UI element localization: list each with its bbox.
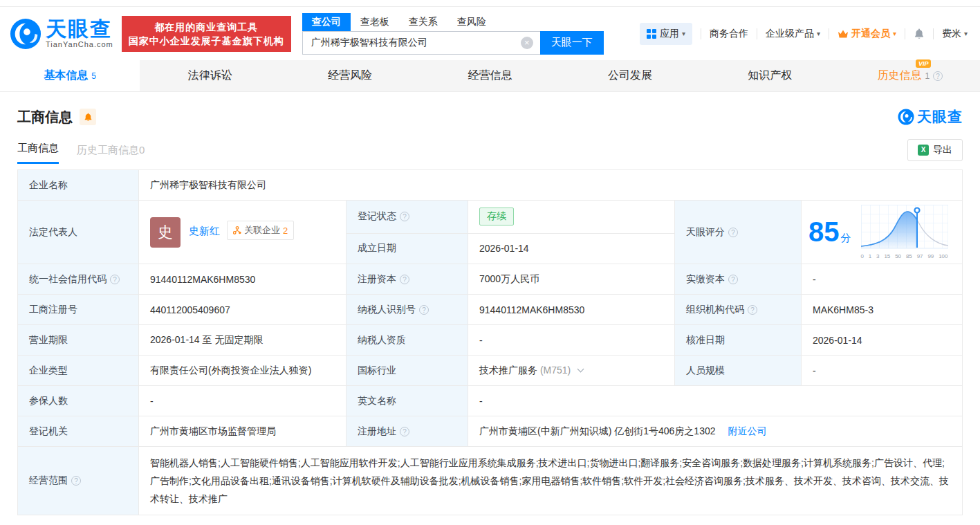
business-cooperation-link[interactable]: 商务合作 xyxy=(710,28,748,40)
notification-bell-icon[interactable] xyxy=(914,28,925,39)
search-area: 查公司 查老板 查关系 查风险 × 天眼一下 xyxy=(302,13,604,55)
business-term-value: 2026-01-14 至 无固定期限 xyxy=(139,325,346,356)
username: 费米 xyxy=(942,28,961,40)
field-label: 纳税人识别号 xyxy=(358,304,416,316)
help-icon[interactable]: ? xyxy=(728,275,738,284)
table-row: 企业名称 广州稀宇极智科技有限公司 xyxy=(18,170,963,201)
grid-icon xyxy=(647,29,656,39)
table-row: 企业类型 有限责任公司(外商投资企业法人独资) 国标行业 技术推广服务 (M75… xyxy=(18,356,963,386)
nearby-companies-link[interactable]: 附近公司 xyxy=(728,425,766,436)
help-icon[interactable]: ? xyxy=(728,228,738,237)
brand-name: 天眼查 xyxy=(46,19,113,39)
slogan-line2: 国家中小企业发展子基金旗下机构 xyxy=(129,34,284,48)
field-label: 营业期限 xyxy=(29,334,68,345)
status-badge: 存续 xyxy=(479,208,514,225)
insured-count-value: - xyxy=(139,386,346,416)
field-label: 实缴资本 xyxy=(686,273,725,286)
search-tab-risk[interactable]: 查风险 xyxy=(447,13,496,31)
enterprise-products-menu[interactable]: 企业级产品 ▾ xyxy=(766,28,820,40)
legal-rep-cell: 史史新红 关联企业 2 xyxy=(139,201,346,264)
table-row: 经营范围? 智能机器人销售;人工智能硬件销售;人工智能应用软件开发;人工智能行业… xyxy=(18,447,963,515)
legal-rep-link[interactable]: 史新红 xyxy=(189,225,220,237)
search-button[interactable]: 天眼一下 xyxy=(540,31,604,55)
field-label: 企业类型 xyxy=(29,365,68,376)
tab-history-info[interactable]: 历史信息 VIP 1 ? xyxy=(840,60,980,91)
taxpayer-id-value: 91440112MAK6HM8530 xyxy=(468,295,675,325)
main-content: 工商信息 天眼查 工商信息 历史工商信息0 X 导出 xyxy=(0,107,980,515)
field-label: 法定代表人 xyxy=(29,226,77,237)
apps-menu[interactable]: 应用 ▾ xyxy=(640,23,692,45)
avatar[interactable]: 史 xyxy=(150,217,181,248)
search-tab-boss[interactable]: 查老板 xyxy=(351,13,399,31)
chevron-down-icon[interactable] xyxy=(577,365,584,372)
subtab-business-info[interactable]: 工商信息 xyxy=(17,142,59,164)
table-row: 参保人数 - 英文名称 - xyxy=(18,386,963,416)
search-tab-relation[interactable]: 查关系 xyxy=(399,13,447,31)
enterprise-products-label: 企业级产品 xyxy=(766,28,814,40)
field-label: 天眼评分 xyxy=(686,226,725,239)
nav-divider xyxy=(933,28,934,39)
score-marker xyxy=(914,208,919,213)
header: 天眼查 TianYanCha.com 都在用的商业查询工具 国家中小企业发展子基… xyxy=(0,7,980,60)
table-row: 登记机关 广州市黄埔区市场监督管理局 注册地址? 广州市黄埔区(中新广州知识城)… xyxy=(18,416,963,447)
tab-company-development[interactable]: 公司发展 xyxy=(560,60,700,91)
field-label: 核准日期 xyxy=(686,334,725,345)
help-icon[interactable]: ? xyxy=(400,275,409,284)
help-icon[interactable]: ? xyxy=(748,305,757,315)
field-label: 人员规模 xyxy=(686,365,725,376)
company-name-value: 广州稀宇极智科技有限公司 xyxy=(139,170,963,201)
help-icon[interactable]: ? xyxy=(933,71,943,81)
search-input[interactable] xyxy=(302,31,540,55)
business-scope-value: 智能机器人销售;人工智能硬件销售;人工智能应用软件开发;人工智能行业应用系统集成… xyxy=(139,447,963,515)
tab-operation-risk[interactable]: 经营风险 xyxy=(280,60,420,91)
company-tabs: 基本信息 5 法律诉讼 经营风险 经营信息 公司发展 知识产权 历史信息 VIP… xyxy=(0,60,980,92)
tab-intellectual-property[interactable]: 知识产权 xyxy=(700,60,840,91)
export-label: 导出 xyxy=(933,144,952,156)
vip-badge: VIP xyxy=(916,59,932,68)
tab-count: 1 xyxy=(925,71,930,81)
help-icon[interactable]: ? xyxy=(71,476,81,486)
search-tab-company[interactable]: 查公司 xyxy=(302,13,351,31)
tianyancha-logo[interactable]: 天眼查 TianYanCha.com xyxy=(10,18,113,50)
tab-operation-info[interactable]: 经营信息 xyxy=(420,60,560,91)
nav-divider xyxy=(905,28,905,39)
related-companies-badge[interactable]: 关联企业 2 xyxy=(227,221,294,240)
export-button[interactable]: X 导出 xyxy=(907,139,963,161)
subtab-history-business-info[interactable]: 历史工商信息0 xyxy=(77,144,145,164)
section-title: 工商信息 xyxy=(17,108,73,127)
apps-label: 应用 xyxy=(660,28,679,40)
tab-legal-proceedings[interactable]: 法律诉讼 xyxy=(140,60,279,91)
industry-code: (M751) xyxy=(540,365,571,376)
reg-status-cell: 存续 xyxy=(468,201,675,234)
clear-icon[interactable]: × xyxy=(521,37,533,49)
tianyancha-logo-icon xyxy=(10,18,41,50)
help-icon[interactable]: ? xyxy=(110,275,120,284)
org-code-value: MAK6HM85-3 xyxy=(802,295,963,325)
field-label: 注册资本 xyxy=(358,273,396,286)
caret-down-icon: ▾ xyxy=(893,30,896,37)
help-icon[interactable]: ? xyxy=(400,212,409,221)
paid-capital-value: - xyxy=(802,264,963,295)
tab-basic-info[interactable]: 基本信息 5 xyxy=(0,60,140,91)
tianyan-score[interactable]: 85分 xyxy=(808,217,851,248)
search-tabs: 查公司 查老板 查关系 查风险 xyxy=(302,13,604,31)
reg-authority-value: 广州市黄埔区市场监督管理局 xyxy=(139,416,346,447)
field-label: 经营范围 xyxy=(29,475,68,487)
vip-upgrade-link[interactable]: 开通会员 ▾ xyxy=(838,28,896,40)
business-info-table: 企业名称 广州稀宇极智科技有限公司 法定代表人 史史新红 关联企业 2 登记状态… xyxy=(17,169,963,515)
org-network-icon xyxy=(233,226,241,234)
nav-divider xyxy=(701,28,701,39)
subscribe-bell-icon[interactable] xyxy=(80,109,96,125)
related-count: 2 xyxy=(283,225,288,236)
score-axis-ticks: 0131550859799100 xyxy=(861,253,948,259)
field-label: 参保人数 xyxy=(29,395,68,406)
table-row: 统一社会信用代码? 91440112MAK6HM8530 注册资本? 7000万… xyxy=(18,264,963,295)
help-icon[interactable]: ? xyxy=(419,305,429,315)
slogan-banner: 都在用的商业查询工具 国家中小企业发展子基金旗下机构 xyxy=(122,16,291,52)
user-menu[interactable]: 费米 ▾ xyxy=(942,28,968,40)
tianyancha-watermark-icon xyxy=(898,109,914,125)
help-icon[interactable]: ? xyxy=(400,427,409,436)
table-row: 法定代表人 史史新红 关联企业 2 登记状态? 存续 天眼评分? xyxy=(18,201,963,234)
score-cell: 85分 xyxy=(802,201,963,264)
slogan-line1: 都在用的商业查询工具 xyxy=(129,20,284,34)
